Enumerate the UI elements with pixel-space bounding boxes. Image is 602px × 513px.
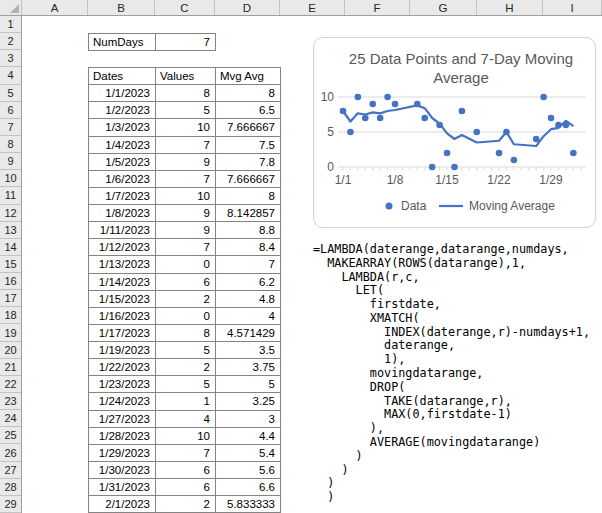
cell-avg[interactable]: 3 xyxy=(216,411,281,428)
column-header-values[interactable]: Values xyxy=(156,68,216,85)
cell-value[interactable]: 6 xyxy=(156,274,216,291)
cell-avg[interactable]: 5 xyxy=(216,376,281,393)
column-header-A[interactable]: A xyxy=(22,0,88,15)
row-header-16[interactable]: 16 xyxy=(0,273,21,290)
cell-date[interactable]: 1/6/2023 xyxy=(89,171,156,188)
cell-avg[interactable]: 8.4 xyxy=(216,239,281,256)
cell-date[interactable]: 1/11/2023 xyxy=(89,222,156,239)
cell-avg[interactable]: 6.5 xyxy=(216,102,281,119)
cell-avg[interactable]: 5.6 xyxy=(216,462,281,479)
cell-date[interactable]: 1/27/2023 xyxy=(89,411,156,428)
row-header-19[interactable]: 19 xyxy=(0,324,21,341)
cell-date[interactable]: 1/13/2023 xyxy=(89,256,156,273)
row-header-18[interactable]: 18 xyxy=(0,307,21,324)
cell-numdays-value[interactable]: 7 xyxy=(156,34,216,51)
cell-value[interactable]: 9 xyxy=(156,154,216,171)
row-header-7[interactable]: 7 xyxy=(0,119,21,136)
cell-date[interactable]: 1/17/2023 xyxy=(89,325,156,342)
row-header-28[interactable]: 28 xyxy=(0,479,21,496)
cell-date[interactable]: 1/29/2023 xyxy=(89,445,156,462)
row-header-8[interactable]: 8 xyxy=(0,136,21,153)
row-header-26[interactable]: 26 xyxy=(0,444,21,461)
cell-date[interactable]: 1/15/2023 xyxy=(89,291,156,308)
cell-avg[interactable]: 5.4 xyxy=(216,445,281,462)
cell-value[interactable]: 5 xyxy=(156,342,216,359)
cell-value[interactable]: 2 xyxy=(156,496,216,513)
column-header-D[interactable]: D xyxy=(215,0,280,15)
column-header-B[interactable]: B xyxy=(88,0,155,15)
row-header-10[interactable]: 10 xyxy=(0,170,21,187)
cell-date[interactable]: 1/8/2023 xyxy=(89,205,156,222)
cell-value[interactable]: 9 xyxy=(156,205,216,222)
cell-avg[interactable]: 7.8 xyxy=(216,154,281,171)
cell-avg[interactable]: 3.75 xyxy=(216,359,281,376)
cell-value[interactable]: 2 xyxy=(156,291,216,308)
row-header-22[interactable]: 22 xyxy=(0,376,21,393)
row-header-15[interactable]: 15 xyxy=(0,256,21,273)
row-header-24[interactable]: 24 xyxy=(0,410,21,427)
cell-avg[interactable]: 7.666667 xyxy=(216,171,281,188)
cell-date[interactable]: 1/22/2023 xyxy=(89,359,156,376)
cell-avg[interactable]: 8.8 xyxy=(216,222,281,239)
row-header-3[interactable]: 3 xyxy=(0,50,21,67)
cell-date[interactable]: 1/3/2023 xyxy=(89,119,156,136)
cell-value[interactable]: 10 xyxy=(156,119,216,136)
cell-value[interactable]: 10 xyxy=(156,188,216,205)
cell-avg[interactable]: 5.833333 xyxy=(216,496,281,513)
cell-value[interactable]: 8 xyxy=(156,325,216,342)
cell-date[interactable]: 1/1/2023 xyxy=(89,85,156,102)
cell-value[interactable]: 6 xyxy=(156,479,216,496)
cell-value[interactable]: 10 xyxy=(156,428,216,445)
cell-value[interactable]: 6 xyxy=(156,462,216,479)
row-header-23[interactable]: 23 xyxy=(0,393,21,410)
cell-avg[interactable]: 7.666667 xyxy=(216,119,281,136)
cell-date[interactable]: 2/1/2023 xyxy=(89,496,156,513)
cell-value[interactable]: 7 xyxy=(156,171,216,188)
cell-date[interactable]: 1/14/2023 xyxy=(89,274,156,291)
column-header-I[interactable]: I xyxy=(543,0,602,15)
cell-value[interactable]: 9 xyxy=(156,222,216,239)
chart-object[interactable]: 05101/11/81/151/221/2925 Data Points and… xyxy=(313,37,596,228)
cell-value[interactable]: 1 xyxy=(156,393,216,410)
cell-value[interactable]: 2 xyxy=(156,359,216,376)
cell-date[interactable]: 1/19/2023 xyxy=(89,342,156,359)
cell-date[interactable]: 1/30/2023 xyxy=(89,462,156,479)
row-header-20[interactable]: 20 xyxy=(0,342,21,359)
cell-avg[interactable]: 6.2 xyxy=(216,274,281,291)
row-header-5[interactable]: 5 xyxy=(0,85,21,102)
cell-date[interactable]: 1/12/2023 xyxy=(89,239,156,256)
cell-value[interactable]: 4 xyxy=(156,411,216,428)
cell-date[interactable]: 1/2/2023 xyxy=(89,102,156,119)
column-header-F[interactable]: F xyxy=(345,0,410,15)
cell-date[interactable]: 1/4/2023 xyxy=(89,137,156,154)
cell-value[interactable]: 7 xyxy=(156,137,216,154)
cell-avg[interactable]: 4.4 xyxy=(216,428,281,445)
cell-avg[interactable]: 3.25 xyxy=(216,393,281,410)
row-header-9[interactable]: 9 xyxy=(0,153,21,170)
column-header-E[interactable]: E xyxy=(280,0,345,15)
cell-avg[interactable]: 8.142857 xyxy=(216,205,281,222)
row-header-2[interactable]: 2 xyxy=(0,33,21,50)
row-header-11[interactable]: 11 xyxy=(0,187,21,204)
cell-value[interactable]: 0 xyxy=(156,308,216,325)
cell-avg[interactable]: 6.6 xyxy=(216,479,281,496)
row-header-12[interactable]: 12 xyxy=(0,205,21,222)
column-header-dates[interactable]: Dates xyxy=(89,68,156,85)
row-header-6[interactable]: 6 xyxy=(0,102,21,119)
cell-value[interactable]: 7 xyxy=(156,445,216,462)
cell-avg[interactable]: 4.8 xyxy=(216,291,281,308)
row-header-1[interactable]: 1 xyxy=(0,16,21,33)
cell-date[interactable]: 1/24/2023 xyxy=(89,393,156,410)
row-header-13[interactable]: 13 xyxy=(0,222,21,239)
row-header-17[interactable]: 17 xyxy=(0,290,21,307)
cell-numdays-label[interactable]: NumDays xyxy=(89,34,156,51)
cell-avg[interactable]: 7.5 xyxy=(216,137,281,154)
row-header-25[interactable]: 25 xyxy=(0,427,21,444)
select-all-corner[interactable] xyxy=(0,0,22,15)
cell-date[interactable]: 1/28/2023 xyxy=(89,428,156,445)
cell-date[interactable]: 1/5/2023 xyxy=(89,154,156,171)
cell-avg[interactable]: 4.571429 xyxy=(216,325,281,342)
cell-value[interactable]: 5 xyxy=(156,102,216,119)
cell-value[interactable]: 8 xyxy=(156,85,216,102)
cell-date[interactable]: 1/23/2023 xyxy=(89,376,156,393)
